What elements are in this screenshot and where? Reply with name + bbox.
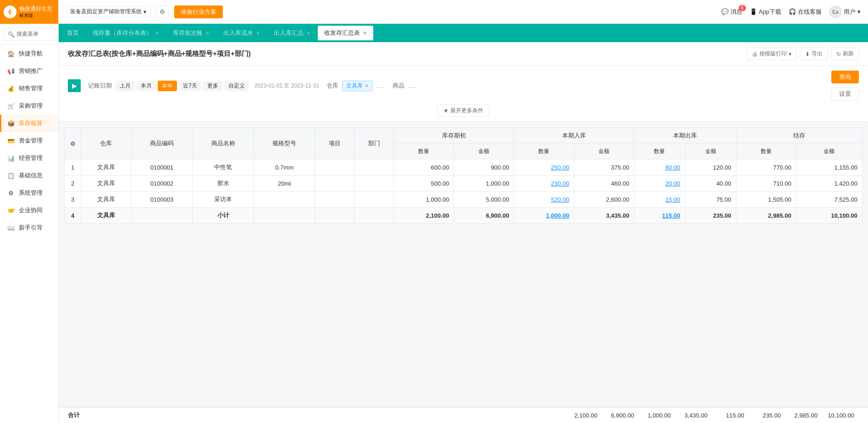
row-dept (354, 208, 394, 224)
row-in-qty[interactable]: 250.00 (514, 159, 574, 176)
tab-stock-dist-close[interactable]: ✕ (155, 30, 159, 36)
row-in-qty-link[interactable]: 230.00 (551, 180, 569, 187)
row-bal-amt: 1,420.00 (796, 176, 862, 192)
print-button[interactable]: 🖨 按模版打印 ▾ (747, 48, 796, 60)
tab-batch-close[interactable]: ✕ (205, 30, 210, 36)
row-no: 4 (65, 208, 81, 224)
sidebar-item-guide[interactable]: 📖 新手引导 (0, 219, 58, 236)
col-header-dept: 部门 (354, 128, 394, 159)
tab-home[interactable]: 首页 (61, 26, 85, 40)
sidebar-item-sales[interactable]: 💰 销售管理 (0, 80, 58, 97)
expand-label: 展开更多条件 (450, 107, 483, 115)
date-btn-custom[interactable]: 自定义 (224, 81, 249, 91)
row-in-qty[interactable]: 520.00 (514, 192, 574, 208)
sidebar-item-system[interactable]: ⚙ 系统管理 (0, 184, 58, 202)
system-selector[interactable]: 装备及固定资产辅助管理系统 ▾ (66, 6, 150, 17)
row-out-qty-link[interactable]: 80.00 (665, 164, 680, 171)
page-title: 收发存汇总表(按仓库+商品编码+商品+规格型号+项目+部门) (68, 49, 251, 58)
tab-home-label: 首页 (67, 29, 79, 37)
tab-inout-summary[interactable]: 出入库汇总 ✕ (267, 26, 317, 40)
row-spec: 20ml (254, 176, 315, 192)
tab-recv-send[interactable]: 收发存汇总表 ✕ (318, 26, 373, 40)
user-dropdown-icon: ▾ (857, 8, 861, 15)
refresh-button[interactable]: ↻ 刷新 (831, 48, 859, 60)
sidebar-search-container: 🔍 搜索菜单 (0, 24, 58, 45)
col-header-balance: 结存 (736, 128, 862, 144)
row-out-qty[interactable]: 15.00 (634, 192, 685, 208)
goods-filter-group: 商品 ... (393, 82, 417, 90)
row-out-qty[interactable]: 80.00 (634, 159, 685, 176)
online-service-button[interactable]: 🎧 在线客服 (789, 8, 822, 16)
sidebar-item-quick-nav-label: 快捷导航 (19, 49, 43, 58)
filter-toggle-button[interactable]: ▶ (68, 79, 81, 92)
tab-inout-flow-close[interactable]: ✕ (256, 30, 260, 36)
footer-in-amt: 3,435.00 (675, 412, 712, 419)
app-download-button[interactable]: 📱 App下载 (750, 8, 781, 16)
expand-conditions-button[interactable]: ▼ 展开更多条件 (437, 104, 490, 117)
row-in-qty[interactable]: 1,000.00 (514, 208, 574, 224)
footer-bal-qty: 2,985.00 (785, 412, 822, 419)
basic-icon: 📋 (7, 171, 15, 180)
table-row: 1文具库0100001中性笔0.7mm600.00900.00250.00375… (65, 159, 862, 176)
date-btn-this-year[interactable]: 本年 (158, 81, 177, 91)
row-out-qty-link[interactable]: 20.00 (665, 180, 680, 187)
sidebar-item-quick-nav[interactable]: 🏠 快捷导航 (0, 45, 58, 62)
warehouse-dots[interactable]: ... (376, 82, 385, 90)
sidebar-item-marketing[interactable]: 📢 营销推广 (0, 62, 58, 80)
settings-icon-button[interactable]: ⚙ (156, 5, 169, 18)
row-bal-qty: 1,505.00 (736, 192, 796, 208)
warehouse-tag-close[interactable]: ✕ (365, 83, 369, 89)
sidebar-item-basic[interactable]: 📋 基础信息 (0, 167, 58, 184)
sidebar-item-collab-label: 企业协同 (19, 206, 43, 214)
tab-inout-flow[interactable]: 出入库流水 ✕ (217, 26, 266, 40)
row-in-qty-link[interactable]: 1,000.00 (546, 212, 569, 219)
row-out-qty[interactable]: 115.00 (634, 208, 685, 224)
row-no: 2 (65, 176, 81, 192)
row-out-qty-link[interactable]: 115.00 (662, 212, 680, 219)
table-settings-icon[interactable]: ⚙ (65, 128, 81, 159)
date-btn-last-month[interactable]: 上月 (116, 81, 135, 91)
messages-button[interactable]: 💬 消息 6 (721, 8, 742, 16)
sidebar-item-collab[interactable]: 🤝 企业协同 (0, 202, 58, 219)
row-out-qty-link[interactable]: 15.00 (665, 196, 680, 203)
export-button[interactable]: ⬇ 导出 (800, 48, 828, 60)
print-icon: 🖨 (752, 51, 757, 57)
tab-stock-dist[interactable]: 现存量（库存分布表） ✕ (86, 26, 166, 40)
row-open-amt: 1,000.00 (454, 176, 514, 192)
sidebar-item-operation[interactable]: 📊 经营管理 (0, 149, 58, 167)
search-menu-button[interactable]: 🔍 搜索菜单 (4, 27, 55, 41)
query-button[interactable]: 查询 (831, 71, 859, 83)
user-menu[interactable]: Ea 用户 ▾ (829, 5, 861, 18)
row-in-qty-link[interactable]: 250.00 (551, 164, 569, 171)
tab-bar: 首页 现存量（库存分布表） ✕ 库存批次账 ✕ 出入库流水 ✕ 出入库汇总 ✕ … (59, 24, 868, 42)
col-header-name: 商品名称 (193, 128, 254, 159)
messages-badge: 6 (739, 5, 746, 11)
tab-recv-send-close[interactable]: ✕ (363, 30, 367, 36)
trial-button[interactable]: 体验行业方案 (174, 5, 223, 18)
sidebar-item-purchase[interactable]: 🛒 采购管理 (0, 97, 58, 115)
col-header-opening: 库存期初 (394, 128, 514, 144)
table-row: 3文具库0100003采访本1,000.005,000.00520.002,60… (65, 192, 862, 208)
row-dept (354, 176, 394, 192)
footer-open-qty: 2,100.00 (565, 412, 602, 419)
date-btn-7days[interactable]: 近7天 (179, 81, 201, 91)
set-button[interactable]: 设置 (831, 87, 859, 101)
row-dept (354, 159, 394, 176)
goods-dots[interactable]: ... (408, 82, 417, 90)
row-open-qty: 500.00 (394, 176, 454, 192)
date-btn-this-month[interactable]: 本月 (137, 81, 156, 91)
row-out-qty[interactable]: 20.00 (634, 176, 685, 192)
avatar: Ea (829, 5, 842, 18)
row-in-qty[interactable]: 230.00 (514, 176, 574, 192)
date-btn-more[interactable]: 更多 (203, 81, 222, 91)
footer-label: 合计 (68, 411, 80, 419)
tab-batch[interactable]: 库存批次账 ✕ (166, 26, 216, 40)
col-header-warehouse: 仓库 (81, 128, 132, 159)
row-in-amt: 2,600.00 (574, 192, 634, 208)
tab-inout-summary-close[interactable]: ✕ (306, 30, 310, 36)
row-in-qty-link[interactable]: 520.00 (551, 196, 569, 203)
collab-icon: 🤝 (7, 206, 15, 214)
sidebar-item-finance[interactable]: 💳 资金管理 (0, 132, 58, 149)
sidebar-item-guide-label: 新手引导 (19, 224, 43, 232)
sidebar-item-inventory[interactable]: 📦 库存核算 (0, 115, 58, 132)
